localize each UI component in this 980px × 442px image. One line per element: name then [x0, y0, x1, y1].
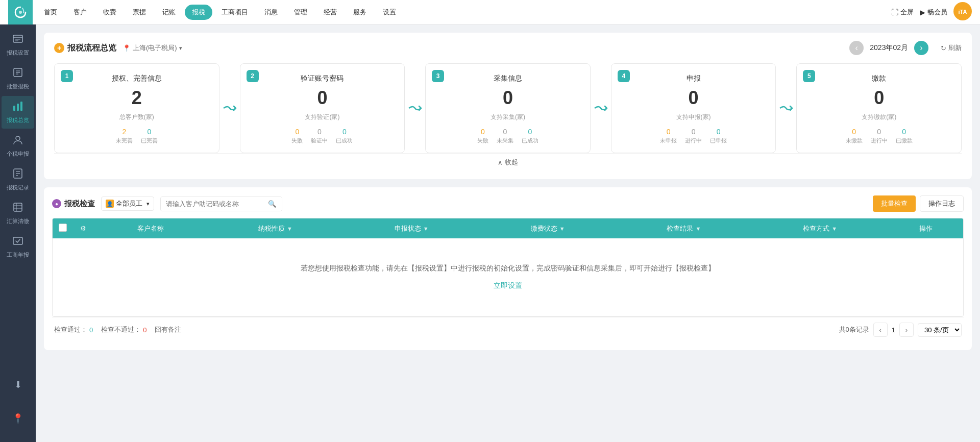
sidebar-item-tax-overview[interactable]: 报税总览: [2, 96, 34, 129]
sidebar-item-batch-tax[interactable]: 批量报税: [2, 62, 34, 95]
sidebar-item-tax-settings[interactable]: 报税设置: [2, 29, 34, 61]
nav-clients[interactable]: 客户: [66, 5, 94, 20]
search-button[interactable]: 🔍: [263, 197, 282, 211]
step-stats-2: 0 失败 0 验证中 0 已成功: [249, 128, 397, 144]
nav-services[interactable]: 服务: [346, 5, 374, 20]
stat-label-5-2: 已缴款: [896, 137, 913, 144]
flow-step-4: 4 申报 0 支持申报(家) 0 未申报 0 进行中 0 已申报: [611, 63, 776, 153]
stat-2-0: 0 失败: [291, 128, 303, 144]
nav-settings[interactable]: 设置: [376, 5, 403, 20]
svg-rect-12: [17, 104, 19, 111]
column-settings-icon[interactable]: ⚙: [80, 225, 86, 232]
sidebar-item-location[interactable]: 📍: [2, 402, 34, 435]
refresh-button[interactable]: ↻ 刷新: [941, 43, 962, 53]
filter-icon-3[interactable]: ▼: [559, 226, 565, 232]
sidebar-item-personal-tax[interactable]: 个税申报: [2, 130, 34, 162]
prev-month-button[interactable]: ‹: [849, 41, 864, 55]
filter-icon-2[interactable]: ▼: [423, 226, 429, 232]
nav-messages[interactable]: 消息: [257, 5, 285, 20]
current-page: 1: [892, 326, 895, 334]
annual-report-icon: [12, 235, 23, 249]
flow-title: + 报税流程总览: [54, 43, 116, 54]
th-client-name: 客户名称: [93, 218, 207, 238]
nav-tax[interactable]: 报税: [185, 5, 212, 20]
operation-log-button[interactable]: 操作日志: [920, 195, 964, 212]
collapse-label: 收起: [505, 158, 518, 167]
nav-business[interactable]: 工商项目: [214, 5, 255, 20]
pagination: 共0条记录 ‹ 1 › 30 条/页: [839, 323, 962, 337]
step-sub-5: 支持缴款(家): [805, 113, 953, 121]
avatar[interactable]: iTA: [953, 2, 972, 22]
stat-2-2: 0 已成功: [336, 128, 353, 144]
staff-icon: 👤: [106, 200, 114, 208]
refresh-label: 刷新: [948, 43, 962, 53]
th-check-result-label: 检查结果: [667, 224, 693, 233]
step-title-5: 缴款: [805, 74, 953, 83]
nav-fees[interactable]: 收费: [96, 5, 124, 20]
page-size-select[interactable]: 30 条/页: [918, 323, 962, 337]
fail-count[interactable]: 0: [143, 326, 146, 334]
location-selector[interactable]: 📍 上海(电子税局) ▾: [122, 43, 182, 53]
staff-filter[interactable]: 👤 全部员工 ▾: [101, 197, 154, 211]
prev-page-button[interactable]: ‹: [873, 323, 888, 337]
fullscreen-button[interactable]: ⛶ 全屏: [891, 8, 914, 17]
th-operation: 操作: [888, 218, 963, 238]
sidebar-item-annual-report[interactable]: 工商年报: [2, 231, 34, 263]
batch-check-button[interactable]: 批量检查: [873, 195, 916, 212]
collapse-button[interactable]: ∧ 收起: [54, 153, 962, 171]
staff-dropdown-icon: ▾: [146, 201, 150, 207]
stat-num-3-2: 0: [528, 128, 532, 136]
sidebar-item-tax-records[interactable]: 报税记录: [2, 163, 34, 196]
step-sub-4: 支持申报(家): [620, 113, 768, 121]
note-label: 囧有备注: [155, 325, 181, 334]
next-month-button[interactable]: ›: [914, 41, 928, 55]
select-all-checkbox[interactable]: [59, 224, 67, 232]
stat-label-3-1: 未采集: [497, 137, 513, 144]
nav-management[interactable]: 管理: [287, 5, 314, 20]
th-pay-status: 缴费状态 ▼: [480, 218, 616, 238]
svg-rect-11: [13, 106, 15, 111]
svg-rect-23: [13, 237, 22, 244]
th-tax-nature-label: 纳税性质: [258, 224, 285, 233]
month-navigator: ‹ 2023年02月 ›: [849, 41, 928, 55]
svg-rect-13: [20, 102, 22, 111]
stat-5-1: 0 进行中: [871, 128, 888, 144]
search-input[interactable]: [161, 197, 263, 211]
setup-link[interactable]: 立即设置: [494, 281, 522, 289]
sidebar-item-settlement[interactable]: 汇算清缴: [2, 197, 34, 230]
fail-label: 检查不通过：: [101, 325, 141, 334]
fullscreen-label: 全屏: [900, 8, 914, 17]
nav-home[interactable]: 首页: [37, 5, 64, 20]
check-circle-icon: ●: [52, 199, 61, 208]
step-num-4: 4: [618, 70, 630, 82]
flow-steps: 1 授权、完善信息 2 总客户数(家) 2 未完善 0 已完善: [54, 63, 962, 153]
stat-num-4-0: 0: [667, 128, 671, 136]
check-header: ● 报税检查 👤 全部员工 ▾ 🔍 批量检查 操作日志: [52, 195, 964, 212]
stat-label-4-2: 已申报: [710, 137, 727, 144]
stat-4-2: 0 已申报: [710, 128, 727, 144]
check-title-text: 报税检查: [64, 199, 95, 209]
nav-invoices[interactable]: 票据: [126, 5, 153, 20]
pass-label: 检查通过：: [54, 325, 87, 334]
flow-step-3: 3 采集信息 0 支持采集(家) 0 失败 0 未采集 0 已成功: [425, 63, 591, 153]
th-pay-status-label: 缴费状态: [531, 224, 557, 233]
sidebar-item-download[interactable]: ⬇: [2, 369, 34, 401]
stat-label-3-2: 已成功: [522, 137, 538, 144]
check-table: ⚙ 客户名称 纳税性质 ▼: [53, 218, 963, 316]
member-button[interactable]: ▶ 畅会员: [920, 8, 947, 17]
pass-count[interactable]: 0: [89, 326, 93, 334]
play-icon: ▶: [920, 8, 925, 16]
stat-label-2-1: 验证中: [311, 137, 328, 144]
step-title-2: 验证账号密码: [249, 74, 397, 83]
current-month: 2023年02月: [870, 43, 908, 53]
nav-bookkeeping[interactable]: 记账: [155, 5, 183, 20]
main-content: + 报税流程总览 📍 上海(电子税局) ▾ ‹ 2023年02月 › ↻ 刷新 …: [36, 24, 980, 442]
step-num-2: 2: [247, 70, 259, 82]
next-page-button[interactable]: ›: [899, 323, 914, 337]
check-actions: 批量检查 操作日志: [873, 195, 964, 212]
filter-icon-5[interactable]: ▼: [831, 226, 837, 232]
step-num-3: 3: [432, 70, 444, 82]
filter-icon-1[interactable]: ▼: [287, 226, 292, 232]
filter-icon-4[interactable]: ▼: [695, 226, 701, 232]
nav-operations[interactable]: 经营: [316, 5, 344, 20]
